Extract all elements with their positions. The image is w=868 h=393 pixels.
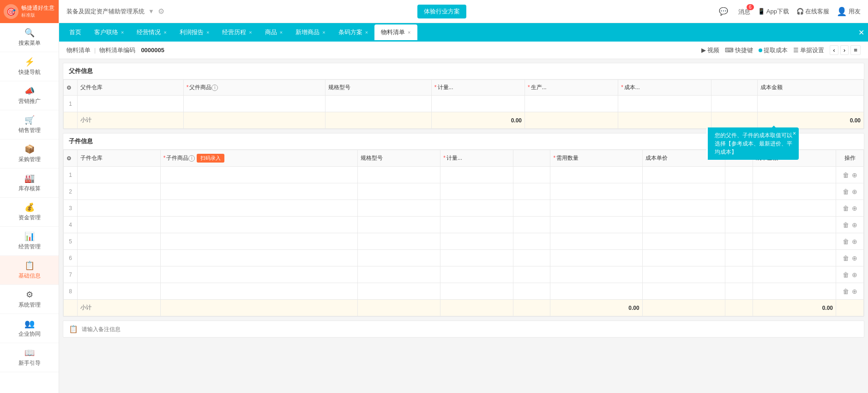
child-cell-unit-4[interactable] [440,217,513,233]
tooltip-close-btn[interactable]: × [793,129,796,138]
child-cell-spec-7[interactable] [357,266,440,283]
child-cell-warehouse-4[interactable] [78,217,161,233]
child-cell-warehouse-2[interactable] [78,183,161,200]
nav-tab-商品[interactable]: 商品× [259,24,289,40]
action-single-settings[interactable]: ☰ 单据设置 [793,46,824,54]
child-cell-product-2[interactable] [160,183,357,200]
copy-icon-8[interactable]: ⊕ [852,288,857,295]
nav-tab-经营情况[interactable]: 经营情况× [130,24,173,40]
child-cell-product-8[interactable] [160,283,357,300]
action-video[interactable]: ▶ 视频 [701,46,719,54]
child-cell-unit-1[interactable] [440,167,513,183]
child-cell-spec-5[interactable] [357,233,440,250]
child-cell-warehouse-5[interactable] [78,233,161,250]
child-cell-qty-2[interactable] [550,183,642,200]
child-cell-warehouse-8[interactable] [78,283,161,300]
sidebar-item-库存核算[interactable]: 🏭库存核算 [0,169,59,198]
child-cell-warehouse-6[interactable] [78,250,161,266]
message-badge[interactable]: 💬 6 消息 [719,7,750,16]
delete-icon-3[interactable]: 🗑 [843,205,849,212]
child-col-gear[interactable]: ⚙ [64,150,78,167]
sidebar-item-搜索菜单[interactable]: 🔍搜索菜单 [0,23,59,52]
nav-tab-首页[interactable]: 首页 [63,24,88,40]
child-cell-product-1[interactable] [160,167,357,183]
copy-icon-2[interactable]: ⊕ [852,188,857,195]
delete-icon-5[interactable]: 🗑 [843,238,849,245]
sidebar-item-新手引导[interactable]: 📖新手引导 [0,343,59,372]
copy-icon-3[interactable]: ⊕ [852,205,857,212]
child-cell-qty-5[interactable] [550,233,642,250]
child-cell-spec-8[interactable] [357,283,440,300]
child-cell-qty-8[interactable] [550,283,642,300]
scan-btn[interactable]: 扫码录入 [197,154,224,163]
delete-icon-4[interactable]: 🗑 [843,221,849,229]
topbar-dropdown-icon[interactable]: ▼ [148,8,154,15]
child-cell-spec-1[interactable] [357,167,440,183]
sidebar-item-系统管理[interactable]: ⚙系统管理 [0,285,59,314]
list-view-btn[interactable]: ≡ [850,45,861,55]
sidebar-item-营销推广[interactable]: 📣营销推广 [0,81,59,110]
nav-tab-物料清单[interactable]: 物料清单× [374,24,417,40]
child-cell-product-7[interactable] [160,266,357,283]
sidebar-item-企业协同[interactable]: 👥企业协同 [0,314,59,343]
parent-cell-warehouse-1[interactable] [78,96,184,112]
parent-cell-production-1[interactable] [525,96,618,112]
online-support[interactable]: 🎧 在线客服 [796,7,829,16]
copy-icon-6[interactable]: ⊕ [852,254,857,262]
nav-tab-利润报告[interactable]: 利润报告× [173,24,216,40]
child-cell-qty-3[interactable] [550,200,642,217]
note-input[interactable] [82,326,858,333]
parent-col-gear[interactable]: ⚙ [64,80,78,96]
child-cell-unitcost-2[interactable] [642,183,725,200]
sidebar-item-基础信息[interactable]: 📋基础信息 [0,256,59,285]
child-cell-qty-6[interactable] [550,250,642,266]
copy-icon-5[interactable]: ⊕ [852,238,857,245]
delete-icon-2[interactable]: 🗑 [843,188,849,195]
nav-tab-新增商品[interactable]: 新增商品× [289,24,332,40]
sidebar-item-采购管理[interactable]: 📦采购管理 [0,139,59,169]
delete-icon-1[interactable]: 🗑 [843,171,849,179]
child-cell-product-3[interactable] [160,200,357,217]
nav-tab-条码方案[interactable]: 条码方案× [332,24,374,40]
child-cell-product-4[interactable] [160,217,357,233]
sidebar-item-资金管理[interactable]: 💰资金管理 [0,198,59,227]
delete-icon-8[interactable]: 🗑 [843,288,849,295]
experience-btn[interactable]: 体验行业方案 [417,5,466,18]
child-cell-unitcost-1[interactable] [642,167,725,183]
child-cell-spec-4[interactable] [357,217,440,233]
child-cell-qty-1[interactable] [550,167,642,183]
child-cell-unit-6[interactable] [440,250,513,266]
topbar-gear-icon[interactable]: ⚙ [158,7,164,16]
tabs-more-btn[interactable]: ✕ [858,28,864,37]
child-cell-unitcost-5[interactable] [642,233,725,250]
parent-cell-product-1[interactable] [183,96,326,112]
child-cell-unitcost-6[interactable] [642,250,725,266]
child-cell-spec-2[interactable] [357,183,440,200]
copy-icon-1[interactable]: ⊕ [852,171,857,179]
app-download[interactable]: 📱 App下载 [758,7,789,16]
parent-cell-unit-1[interactable] [431,96,524,112]
child-cell-product-6[interactable] [160,250,357,266]
parent-cell-spec-1[interactable] [326,96,432,112]
delete-icon-6[interactable]: 🗑 [843,254,849,262]
child-cell-unit-8[interactable] [440,283,513,300]
child-cell-unit-3[interactable] [440,200,513,217]
nav-tab-经营历程[interactable]: 经营历程× [216,24,258,40]
child-cell-unit-7[interactable] [440,266,513,283]
child-cell-qty-7[interactable] [550,266,642,283]
child-cell-unit-2[interactable] [440,183,513,200]
child-cell-spec-3[interactable] [357,200,440,217]
child-cell-product-5[interactable] [160,233,357,250]
sidebar-item-快捷导航[interactable]: ⚡快捷导航 [0,52,59,81]
child-cell-warehouse-1[interactable] [78,167,161,183]
sidebar-item-销售管理[interactable]: 🛒销售管理 [0,110,59,139]
prev-btn[interactable]: ‹ [830,45,838,55]
child-cell-unitcost-3[interactable] [642,200,725,217]
delete-icon-7[interactable]: 🗑 [843,271,849,278]
copy-icon-4[interactable]: ⊕ [852,221,857,229]
child-cell-qty-4[interactable] [550,217,642,233]
child-cell-unitcost-8[interactable] [642,283,725,300]
child-cell-unit-5[interactable] [440,233,513,250]
child-cell-warehouse-3[interactable] [78,200,161,217]
parent-cell-cost-1[interactable] [618,96,711,112]
